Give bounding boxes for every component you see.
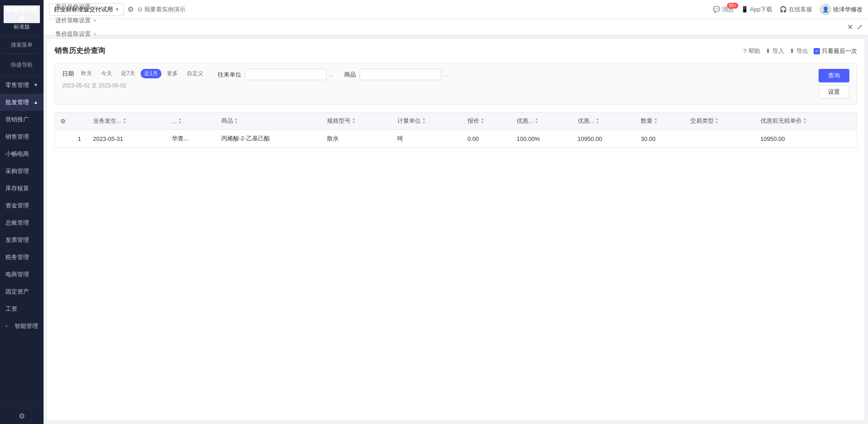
th-gear[interactable]: ⚙ <box>55 112 71 130</box>
sidebar-gear-icon[interactable]: ⚙ <box>4 412 40 420</box>
sidebar-item-fixed_assets[interactable]: 固定资产 <box>0 283 44 300</box>
th-num <box>71 112 88 130</box>
online-service-button[interactable]: 🎧 在线客服 <box>780 5 812 14</box>
col-sort-unit[interactable]: 计量单位▲▼ <box>397 117 426 125</box>
settings-button[interactable]: 设置 <box>819 85 849 99</box>
customer-filter-label: 往来单位 <box>218 71 241 79</box>
sidebar-item-ledger[interactable]: 总账管理 <box>0 214 44 231</box>
sidebar-item-label: 固定资产 <box>5 288 29 296</box>
col-sort-qty[interactable]: 数量▲▼ <box>641 117 658 125</box>
sidebar-item-finance[interactable]: 资金管理 <box>0 197 44 214</box>
date-option-last7[interactable]: 近7天 <box>117 69 139 78</box>
cell-row-num: 1 <box>71 130 88 148</box>
col-sort-pretax_price[interactable]: 优惠前无税单价▲▼ <box>761 117 807 125</box>
import-label: 导入 <box>772 47 784 55</box>
question-icon: ? <box>743 48 746 54</box>
date-option-today[interactable]: 今天 <box>98 69 116 78</box>
tab-sale_extract[interactable]: 售价提取设置× <box>49 27 108 41</box>
cell-pretax_price: 10950.00 <box>755 130 857 148</box>
tab-label: 进价策略设置 <box>55 16 91 24</box>
date-option-last1month[interactable]: 近1月 <box>141 69 162 78</box>
date-options: 昨天今天近7天近1月更多自定义 <box>78 69 207 78</box>
col-sort-spec[interactable]: 规格型号▲▼ <box>327 117 356 125</box>
customer-dots-button[interactable]: ... <box>328 71 333 78</box>
sidebar-item-wholesale[interactable]: 批发管理▲ <box>0 94 44 111</box>
date-option-more[interactable]: 更多 <box>163 69 181 78</box>
tab-close-icon[interactable]: × <box>93 31 96 37</box>
product-filter-label: 商品 <box>344 71 356 79</box>
sidebar-item-label: 零售管理 <box>5 81 29 89</box>
th-biz_date[interactable]: 业务发生...▲▼ <box>88 112 166 130</box>
tab-purchase_strategy[interactable]: 进价策略设置× <box>49 14 108 27</box>
page-title: 销售历史价查询 <box>54 46 105 56</box>
phone-icon: 📱 <box>741 6 748 13</box>
product-input[interactable] <box>360 69 441 80</box>
topbar-gear-icon[interactable]: ⚙ <box>127 5 134 14</box>
page-header: 销售历史价查询 ? 帮助 ⬇ 导入 ⬆ 导出 ✓ 只看最后一次 <box>54 46 857 56</box>
sidebar-item-inventory[interactable]: 库存核算 <box>0 180 44 197</box>
sidebar-item-tax[interactable]: 税务管理 <box>0 249 44 266</box>
th-qty[interactable]: 数量▲▼ <box>635 112 685 130</box>
tab-close-icon[interactable]: × <box>99 58 102 64</box>
col-sort-discount_pct[interactable]: 优惠...▲▼ <box>517 117 538 125</box>
tab-close-icon[interactable]: × <box>93 18 96 23</box>
customer-input[interactable] <box>245 69 327 80</box>
close-window-icon[interactable]: ✕ <box>847 23 853 31</box>
col-sort-discount_amt[interactable]: 优惠...▲▼ <box>578 117 600 125</box>
sidebar-search[interactable]: 搜索菜单 <box>0 37 44 54</box>
import-button[interactable]: ⬇ 导入 <box>766 47 784 55</box>
sidebar-item-label: 电商管理 <box>5 270 29 279</box>
query-button[interactable]: 查询 <box>819 69 849 82</box>
sidebar-item-ecommerce_small[interactable]: 小畅电商 <box>0 145 44 163</box>
maximize-icon[interactable]: ⤢ <box>857 23 863 31</box>
sidebar-item-ecommerce[interactable]: 电商管理 <box>0 266 44 283</box>
th-quote[interactable]: 报价▲▼ <box>462 112 512 130</box>
th-discount_pct[interactable]: 优惠...▲▼ <box>511 112 572 130</box>
help-button[interactable]: ? 帮助 <box>743 47 760 55</box>
sidebar-quick-nav-label[interactable]: 快捷导航 <box>0 58 44 72</box>
col-sort-quote[interactable]: 报价▲▼ <box>468 117 484 125</box>
sidebar: 畅捷通好业财 标准版 搜索菜单 快捷导航 零售管理▼批发管理▲营销推广销售管理小… <box>0 0 44 424</box>
app-download-button[interactable]: 📱 App下载 <box>741 5 772 14</box>
tab-close-icon[interactable]: × <box>93 4 96 10</box>
th-pretax_price[interactable]: 优惠前无税单价▲▼ <box>755 112 857 130</box>
sidebar-item-marketing[interactable]: 营销推广 <box>0 111 44 128</box>
col-sort-trade_type[interactable]: 交易类型▲▼ <box>690 117 719 125</box>
th-extra[interactable]: ...▲▼ <box>166 112 215 130</box>
sidebar-item-retail[interactable]: 零售管理▼ <box>0 77 44 94</box>
th-trade_type[interactable]: 交易类型▲▼ <box>685 112 755 130</box>
th-discount_amt[interactable]: 优惠...▲▼ <box>572 112 635 130</box>
only-last-checkbox[interactable]: ✓ 只看最后一次 <box>814 47 857 55</box>
sidebar-item-smart[interactable]: 智能管理 <box>0 318 44 335</box>
tab-close-icon[interactable]: × <box>99 45 102 50</box>
cell-row-gear[interactable] <box>55 130 71 148</box>
sidebar-bottom: ⚙ <box>0 408 44 424</box>
user-menu[interactable]: 👤 徐泽华修改 <box>819 4 863 15</box>
demo-link[interactable]: ⊙ 我要看实例演示 <box>137 5 185 14</box>
date-option-custom[interactable]: 自定义 <box>183 69 207 78</box>
sidebar-item-sales[interactable]: 销售管理 <box>0 128 44 145</box>
headset-icon: 🎧 <box>780 6 787 13</box>
tab-price[interactable]: 商品价格设置× <box>49 0 108 14</box>
th-unit[interactable]: 计量单位▲▼ <box>392 112 462 130</box>
topbar: 好业财标准版交付试用 ▾ ⚙ ⊙ 我要看实例演示 💬 消息 99+ 📱 App下… <box>44 0 868 19</box>
cell-unit: 吨 <box>392 130 462 148</box>
product-dots-button[interactable]: ... <box>443 71 448 78</box>
sidebar-item-purchase[interactable]: 采购管理 <box>0 163 44 180</box>
th-product[interactable]: 商品▲▼ <box>216 112 322 130</box>
messages-button[interactable]: 💬 消息 99+ <box>713 5 734 14</box>
page-actions: ? 帮助 ⬇ 导入 ⬆ 导出 ✓ 只看最后一次 <box>743 47 857 55</box>
only-last-label: 只看最后一次 <box>822 47 857 55</box>
th-spec[interactable]: 规格型号▲▼ <box>322 112 392 130</box>
chevron-down-icon: ▾ <box>116 6 119 13</box>
col-sort-extra[interactable]: ...▲▼ <box>172 117 182 125</box>
date-option-yesterday[interactable]: 昨天 <box>78 69 96 78</box>
export-button[interactable]: ⬆ 导出 <box>790 47 808 55</box>
cell-spec: 散水 <box>322 130 392 148</box>
col-sort-biz_date[interactable]: 业务发生...▲▼ <box>93 117 127 125</box>
sidebar-item-label: 总账管理 <box>5 219 29 227</box>
demo-label: 我要看实例演示 <box>144 5 185 14</box>
sidebar-item-invoice[interactable]: 发票管理 <box>0 231 44 249</box>
col-sort-product[interactable]: 商品▲▼ <box>221 117 238 125</box>
sidebar-item-payroll[interactable]: 工资 <box>0 300 44 318</box>
